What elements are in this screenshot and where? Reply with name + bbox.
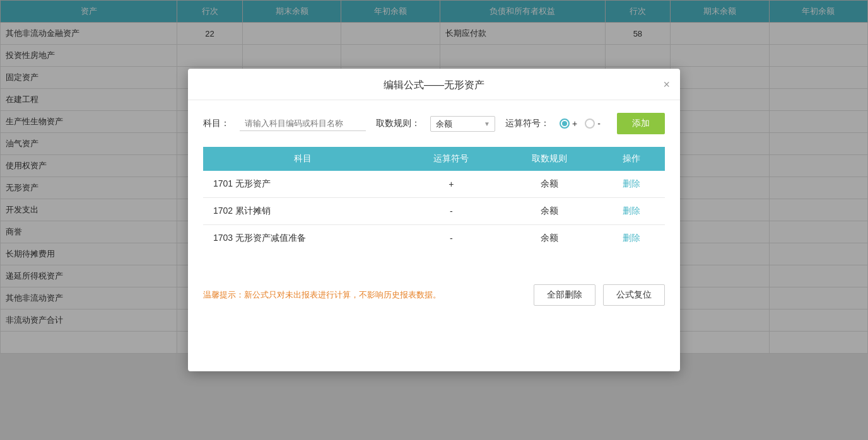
footer-tip: 温馨提示：新公式只对未出报表进行计算，不影响历史报表数据。 bbox=[203, 289, 441, 301]
th-rule: 取数规则 bbox=[500, 147, 598, 171]
radio-minus-label: - bbox=[597, 119, 601, 129]
cell-operator: - bbox=[402, 198, 500, 225]
modal-body: 科目： 取数规则： 余额 借方 贷方 借方发生额 贷方发生额 ▼ 运算符号： bbox=[188, 100, 680, 277]
subject-input[interactable] bbox=[240, 116, 366, 131]
delete-row-button[interactable]: 删除 bbox=[623, 178, 640, 190]
delete-row-button[interactable]: 删除 bbox=[623, 206, 640, 217]
table-row: 1702 累计摊销-余额删除 bbox=[203, 198, 665, 225]
th-subject: 科目 bbox=[203, 147, 402, 171]
edit-formula-modal: 编辑公式——无形资产 × 科目： 取数规则： 余额 借方 贷方 借方发生额 贷方… bbox=[188, 69, 680, 371]
cell-subject: 1701 无形资产 bbox=[203, 171, 402, 198]
modal-footer: 温馨提示：新公式只对未出报表进行计算，不影响历史报表数据。 全部删除 公式复位 bbox=[188, 277, 680, 316]
cell-operator: + bbox=[402, 171, 500, 198]
th-action: 操作 bbox=[598, 147, 665, 171]
cell-action: 删除 bbox=[598, 198, 665, 225]
cell-subject: 1702 累计摊销 bbox=[203, 198, 402, 225]
radio-plus-circle bbox=[560, 119, 570, 129]
table-header-row: 科目 运算符号 取数规则 操作 bbox=[203, 147, 665, 171]
modal-overlay: 编辑公式——无形资产 × 科目： 取数规则： 余额 借方 贷方 借方发生额 贷方… bbox=[0, 0, 868, 440]
radio-plus-label: + bbox=[572, 119, 577, 129]
cell-action: 删除 bbox=[598, 171, 665, 198]
cell-action: 删除 bbox=[598, 225, 665, 252]
table-row: 1703 无形资产减值准备-余额删除 bbox=[203, 225, 665, 252]
cell-rule: 余额 bbox=[500, 225, 598, 252]
rule-label: 取数规则： bbox=[376, 118, 420, 129]
subject-label: 科目： bbox=[203, 118, 230, 129]
cell-rule: 余额 bbox=[500, 171, 598, 198]
modal-title: 编辑公式——无形资产 bbox=[384, 79, 484, 90]
rule-select-wrap: 余额 借方 贷方 借方发生额 贷方发生额 ▼ bbox=[430, 116, 495, 132]
rule-select[interactable]: 余额 借方 贷方 借方发生额 贷方发生额 bbox=[430, 116, 495, 132]
footer-buttons: 全部删除 公式复位 bbox=[534, 284, 665, 306]
th-operator: 运算符号 bbox=[402, 147, 500, 171]
table-row: 1701 无形资产+余额删除 bbox=[203, 171, 665, 198]
operator-label: 运算符号： bbox=[505, 118, 549, 129]
form-row: 科目： 取数规则： 余额 借方 贷方 借方发生额 贷方发生额 ▼ 运算符号： bbox=[203, 113, 665, 134]
cell-rule: 余额 bbox=[500, 198, 598, 225]
add-button[interactable]: 添加 bbox=[617, 113, 665, 134]
delete-row-button[interactable]: 删除 bbox=[623, 233, 640, 244]
reset-formula-button[interactable]: 公式复位 bbox=[603, 284, 665, 306]
operator-radio-group: + - bbox=[560, 119, 601, 129]
modal-close-button[interactable]: × bbox=[663, 79, 670, 90]
radio-minus[interactable]: - bbox=[585, 119, 601, 129]
modal-header: 编辑公式——无形资产 × bbox=[188, 69, 680, 100]
radio-plus[interactable]: + bbox=[560, 119, 577, 129]
radio-minus-circle bbox=[585, 119, 595, 129]
delete-all-button[interactable]: 全部删除 bbox=[534, 284, 595, 306]
formula-table: 科目 运算符号 取数规则 操作 1701 无形资产+余额删除1702 累计摊销-… bbox=[203, 147, 665, 252]
cell-subject: 1703 无形资产减值准备 bbox=[203, 225, 402, 252]
cell-operator: - bbox=[402, 225, 500, 252]
